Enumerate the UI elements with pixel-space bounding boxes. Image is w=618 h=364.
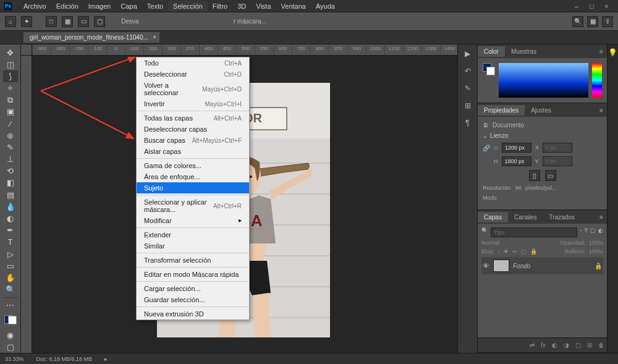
adjustment-icon[interactable]: ◑ [564,342,569,349]
quickmask-tool[interactable]: ◉ [3,330,18,341]
history-brush-tool[interactable]: ⟲ [3,166,18,177]
marquee-tool[interactable]: ◫ [3,59,18,70]
mask-icon[interactable]: ◐ [552,342,557,349]
status-arrow-icon[interactable]: ▸ [104,356,108,362]
new-layer-icon[interactable]: ⊞ [587,342,592,349]
layer-filter-input[interactable] [491,227,577,237]
layer-row[interactable]: 👁 Fondo 🔒 [481,257,603,274]
lock-icon[interactable]: ▫ [498,248,500,255]
hue-bar[interactable] [592,63,602,98]
tab-layers[interactable]: Capas [478,212,508,222]
delete-icon[interactable]: 🗑 [598,342,604,349]
panel-menu-icon[interactable]: ≡ [596,107,607,114]
share-icon[interactable]: ⇪ [602,16,613,27]
tool-preset-icon[interactable]: ✦ [21,16,32,27]
panel-menu-icon[interactable]: ≡ [596,48,607,55]
frame-tool[interactable]: ▣ [3,106,18,117]
zoom-level[interactable]: 33.33% [5,356,24,362]
landscape-icon[interactable]: ▭ [545,170,556,181]
menu-item-similar[interactable]: Similar [137,240,249,252]
hand-tool[interactable]: ✋ [3,272,18,283]
menu-item-gama-de-colores-[interactable]: Gama de colores... [137,160,249,171]
brush-panel-icon[interactable]: ✎ [465,84,471,93]
menu-selección[interactable]: Selección [168,1,208,11]
link-icon[interactable]: 🔗 [483,145,490,151]
wand-tool[interactable]: ✧ [3,83,18,94]
menu-imagen[interactable]: Imagen [83,1,116,11]
menu-item-nueva-extrusi-n-3d[interactable]: Nueva extrusión 3D [137,308,249,320]
type-tool[interactable]: T [3,237,18,248]
menu-capa[interactable]: Capa [116,1,142,11]
menu-item--rea-de-enfoque-[interactable]: Área de enfoque... [137,171,249,182]
menu-archivo[interactable]: Archivo [19,1,51,11]
tab-swatches[interactable]: Muestras [505,46,543,57]
eraser-tool[interactable]: ◧ [3,177,18,188]
tab-paths[interactable]: Trazados [543,212,581,222]
width-input[interactable]: 1200 px [502,143,531,153]
brush-tool[interactable]: ✎ [3,142,18,153]
y-input[interactable]: 0 px [543,156,572,166]
filter-icon[interactable]: ▢ [590,227,596,237]
minimize-button[interactable]: – [575,2,582,10]
menu-texto[interactable]: Texto [142,1,168,11]
menu-item-modificar[interactable]: Modificar [137,215,249,226]
color-field[interactable] [499,63,588,98]
fx-icon[interactable]: fx [541,342,546,349]
menu-item-aislar-capas[interactable]: Aislar capas [137,146,249,157]
lock-icon[interactable]: 🔒 [530,248,537,255]
maximize-button[interactable]: □ [590,2,597,10]
portrait-icon[interactable]: ▯ [529,170,540,181]
menu-item-seleccionar-y-aplicar-m-scara-[interactable]: Seleccionar y aplicar máscara...Alt+Ctrl… [137,197,249,215]
canvas-section[interactable]: Lienzo [483,132,602,139]
menu-item-extender[interactable]: Extender [137,229,249,240]
search-icon[interactable]: 🔍 [572,16,583,27]
filter-icon[interactable]: ◐ [598,227,603,237]
history-icon[interactable]: ↶ [465,67,471,75]
menu-item-sujeto[interactable]: Sujeto [137,182,249,193]
clone-panel-icon[interactable]: ⊞ [465,101,471,110]
menu-ayuda[interactable]: Ayuda [311,1,340,11]
play-icon[interactable]: ▶ [465,49,470,58]
menu-item-guardar-selecci-n-[interactable]: Guardar selección... [137,294,249,305]
tab-adjustments[interactable]: Ajustes [525,105,557,116]
lock-icon[interactable]: ✚ [504,248,509,255]
tab-color[interactable]: Color [478,46,505,57]
menu-item-volver-a-seleccionar[interactable]: Volver a seleccionarMayús+Ctrl+D [137,80,249,98]
group-icon[interactable]: ▢ [575,342,581,349]
opt-icon-4[interactable]: ▢ [94,16,105,27]
home-icon[interactable]: ⌂ [5,16,16,27]
dodge-tool[interactable]: ◐ [3,213,18,224]
menu-item-invertir[interactable]: InvertirMayús+Ctrl+I [137,98,249,109]
menu-item-transformar-selecci-n[interactable]: Transformar selección [137,255,249,266]
lock-icon[interactable]: ▢ [521,248,527,255]
menu-3d[interactable]: 3D [232,1,251,11]
menu-vista[interactable]: Vista [251,1,276,11]
tab-channels[interactable]: Canales [508,212,543,222]
pen-tool[interactable]: ✒ [3,225,18,236]
link-layers-icon[interactable]: ⇄ [530,342,535,349]
document-tab[interactable]: girl_woman_person_mode_fitness-11040... … [23,32,159,43]
zoom-tool[interactable]: 🔍 [3,284,18,295]
color-swatch[interactable] [4,315,17,324]
edit-toolbar[interactable]: ⋯ [3,299,18,310]
blend-mode[interactable]: Normal [481,240,556,246]
learn-icon[interactable]: 💡 [608,48,617,57]
blur-tool[interactable]: 💧 [3,201,18,212]
opt-icon-2[interactable]: ▦ [62,16,73,27]
panel-background[interactable] [486,67,495,75]
menu-edición[interactable]: Edición [51,1,83,11]
move-tool[interactable]: ✥ [3,47,18,58]
menu-filtro[interactable]: Filtro [208,1,232,11]
tab-properties[interactable]: Propiedades [478,105,525,116]
opt-icon-1[interactable]: □ [46,16,57,27]
menu-item-editar-en-modo-m-scara-r-pida[interactable]: Editar en modo Máscara rápida [137,269,249,280]
panel-menu-icon[interactable]: ≡ [596,214,607,221]
menu-item-buscar-capas[interactable]: Buscar capasAlt+Mayús+Ctrl+F [137,135,249,146]
filter-icon[interactable]: T [585,227,588,237]
visibility-icon[interactable]: 👁 [483,262,489,269]
opacity-value[interactable]: 100% [589,240,603,246]
lasso-tool[interactable]: ⟆ [3,70,18,82]
background-color[interactable] [8,316,17,324]
menu-item-deseleccionar-capas[interactable]: Deseleccionar capas [137,124,249,135]
gradient-tool[interactable]: ▤ [3,189,18,200]
